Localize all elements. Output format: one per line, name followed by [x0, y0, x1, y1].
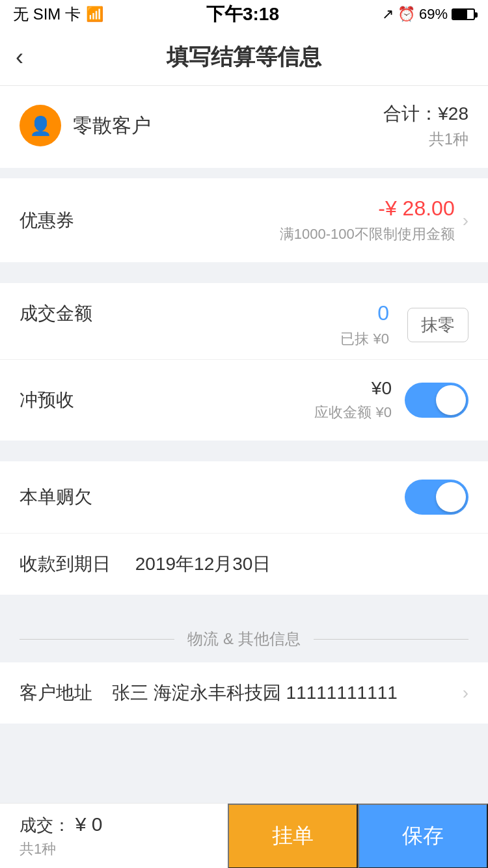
alarm-icon: ⏰	[398, 6, 415, 23]
address-row[interactable]: 客户地址 张三 海淀永丰科技园 11111111111 ›	[0, 662, 488, 724]
status-left: 无 SIM 卡 📶	[13, 4, 103, 25]
coupon-section: 优惠券 -¥ 28.00 满1000-100不限制使用金额 ›	[0, 178, 488, 262]
toggle-thumb	[436, 385, 466, 415]
wifi-icon: 📶	[86, 6, 103, 23]
sep-line-right	[314, 639, 468, 640]
address-chevron: ›	[463, 683, 468, 703]
page-title: 填写结算等信息	[167, 42, 321, 72]
transaction-row: 成交金额 0 已抹 ¥0 抹零	[0, 283, 488, 360]
back-button[interactable]: ‹	[16, 44, 23, 71]
amount-input-area: 0 已抹 ¥0	[340, 301, 389, 349]
location-icon: ↗	[382, 6, 394, 23]
bottom-deal-amount: ¥ 0	[75, 813, 103, 835]
coupon-right: -¥ 28.00 满1000-100不限制使用金额 ›	[280, 197, 468, 244]
round-button[interactable]: 抹零	[407, 308, 468, 342]
status-right: ↗ ⏰ 69%	[382, 6, 475, 23]
nav-bar: ‹ 填写结算等信息	[0, 29, 488, 86]
due-date-row[interactable]: 收款到期日 2019年12月30日	[0, 533, 488, 595]
total-count: 共1种	[383, 129, 468, 150]
divider4	[0, 605, 488, 616]
debt-toggle[interactable]	[405, 480, 468, 515]
bottom-deal-row: 成交： ¥ 0	[20, 813, 208, 837]
no-sim-text: 无 SIM 卡	[13, 4, 81, 25]
debt-label: 本单赒欠	[20, 485, 92, 509]
divider3	[0, 451, 488, 461]
transaction-label: 成交金额	[20, 301, 92, 326]
coupon-label: 优惠券	[20, 208, 74, 233]
status-time: 下午3:18	[206, 2, 279, 27]
customer-right: 合计：¥28 共1种	[383, 102, 468, 150]
prepay-amounts: ¥0 应收金额 ¥0	[314, 378, 392, 422]
content: 👤 零散客户 合计：¥28 共1种 优惠券 -¥ 28.00 满1000-100…	[0, 86, 488, 812]
coupon-value-area: -¥ 28.00 满1000-100不限制使用金额	[280, 197, 455, 244]
bottom-info: 成交： ¥ 0 共1种	[0, 813, 228, 859]
prepay-row: 冲预收 ¥0 应收金额 ¥0	[0, 360, 488, 441]
transaction-right: 0 已抹 ¥0 抹零	[340, 301, 468, 349]
prepay-toggle[interactable]	[405, 383, 468, 418]
total-amount: 合计：¥28	[383, 102, 468, 126]
status-bar: 无 SIM 卡 📶 下午3:18 ↗ ⏰ 69%	[0, 0, 488, 29]
logistics-text: 物流 & 其他信息	[187, 629, 300, 649]
transaction-value[interactable]: 0	[340, 301, 389, 325]
customer-row: 👤 零散客户 合计：¥28 共1种	[0, 86, 488, 165]
coupon-sub: 满1000-100不限制使用金额	[280, 224, 455, 244]
prepay-amount: ¥0	[314, 378, 392, 399]
battery-icon	[452, 8, 475, 20]
bottom-count: 共1种	[20, 839, 208, 859]
address-section: 客户地址 张三 海淀永丰科技园 11111111111 ›	[0, 662, 488, 724]
avatar: 👤	[20, 105, 61, 146]
customer-left: 👤 零散客户	[20, 105, 151, 146]
debt-toggle-thumb	[436, 482, 466, 512]
due-label: 收款到期日	[20, 554, 111, 574]
bottom-deal-label: 成交：	[20, 815, 70, 835]
bottom-bar: 成交： ¥ 0 共1种 挂单 保存	[0, 803, 488, 868]
address-label: 客户地址	[20, 681, 92, 705]
coupon-row[interactable]: 优惠券 -¥ 28.00 满1000-100不限制使用金额 ›	[0, 178, 488, 262]
coupon-chevron: ›	[463, 210, 468, 231]
customer-name: 零散客户	[73, 113, 151, 139]
divider1	[0, 168, 488, 178]
due-date-value: 2019年12月30日	[135, 554, 271, 574]
divider2	[0, 273, 488, 283]
transaction-section: 成交金额 0 已抹 ¥0 抹零 冲预收 ¥0 应收金额 ¥0	[0, 283, 488, 441]
debt-section: 本单赒欠 收款到期日 2019年12月30日	[0, 461, 488, 595]
save-button[interactable]: 保存	[358, 804, 488, 869]
address-value: 张三 海淀永丰科技园 11111111111	[112, 681, 463, 705]
avatar-icon: 👤	[29, 115, 52, 137]
prepay-label: 冲预收	[20, 388, 74, 413]
battery-percent: 69%	[419, 6, 448, 23]
prepay-right: ¥0 应收金额 ¥0	[314, 378, 468, 422]
sep-line-left	[20, 639, 174, 640]
prepay-receivable: 应收金额 ¥0	[314, 403, 392, 422]
coupon-discount: -¥ 28.00	[280, 197, 455, 221]
logistics-sep: 物流 & 其他信息	[0, 616, 488, 662]
erased-label: 已抹 ¥0	[340, 329, 389, 349]
debt-row: 本单赒欠	[0, 461, 488, 533]
hold-button[interactable]: 挂单	[228, 804, 358, 869]
